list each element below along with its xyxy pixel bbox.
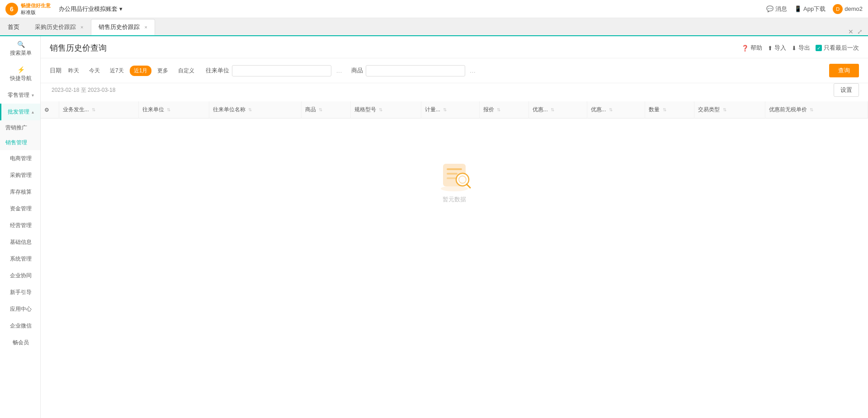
sidebar-item-appstore[interactable]: 应用中心 [0,301,40,318]
goods-filter-group: 商品 ... [351,65,477,76]
app-download-button[interactable]: 📱 App下载 [794,5,826,13]
chevron-up-icon: ▴ [32,109,34,114]
sidebar-item-retail[interactable]: 零售管理 ▾ [0,87,40,104]
tab-purchase-history[interactable]: 采购历史价跟踪 × [27,19,91,35]
tab-sales-history[interactable]: 销售历史价跟踪 × [91,19,155,35]
sidebar-item-operation[interactable]: 经营管理 [0,217,40,234]
sort-icon: ⇅ [609,107,613,112]
page-actions: ❓ 帮助 ⬆ 导入 ⬇ 导出 ✓ 只看最后一次 [741,44,859,52]
sort-icon: ⇅ [551,107,554,112]
close-window-icon[interactable]: ✕ [848,28,854,35]
sidebar-item-basic[interactable]: 基础信息 [0,234,40,251]
partner-input[interactable] [232,65,331,76]
col-gear[interactable]: ⚙ [41,101,59,119]
empty-state-icon [434,155,475,195]
sort-icon: ⇅ [248,107,252,112]
only-last-checkbox[interactable]: ✓ 只看最后一次 [816,44,859,52]
col-partner-code[interactable]: 往来单位 ⇅ [138,101,209,119]
download-icon: 📱 [794,5,802,12]
date-options: 昨天 今天 近7天 近1月 更多 自定义 [64,66,198,76]
sidebar-item-wechat[interactable]: 企业微信 [0,318,40,334]
sort-icon: ⇅ [319,107,322,112]
sort-icon: ⇅ [443,107,447,112]
sidebar-item-wholesale[interactable]: 批发管理 ▴ [0,104,40,120]
table-body: 暂元数据 [41,119,868,240]
empty-text: 暂元数据 [443,195,466,204]
sidebar-item-quick[interactable]: ⚡ 快捷导航 [0,62,40,87]
partner-filter-group: 往来单位 ... [206,65,344,76]
maximize-icon[interactable]: ⤢ [857,28,863,35]
date-btn-more[interactable]: 更多 [153,66,172,76]
logo-icon: 6 [5,3,18,15]
date-btn-1month[interactable]: 近1月 [130,66,152,76]
help-button[interactable]: ❓ 帮助 [741,44,762,52]
sort-icon: ⇅ [92,107,95,112]
sidebar-item-purchase[interactable]: 采购管理 [0,167,40,184]
col-discount2[interactable]: 优惠... ⇅ [587,101,645,119]
main-layout: 🔍 搜索菜单 ⚡ 快捷导航 零售管理 ▾ 批发管理 ▴ 营销推广 销售管理 电商… [0,36,868,418]
date-btn-yesterday[interactable]: 昨天 [64,66,83,76]
svg-rect-3 [447,173,458,175]
message-button[interactable]: 💬 消息 [766,5,787,13]
goods-dots-button[interactable]: ... [468,66,477,75]
date-range-display: 2023-02-18 至 2023-03-18 [52,86,115,94]
col-unit[interactable]: 计量... ⇅ [421,101,479,119]
sidebar-item-marketing[interactable]: 营销推广 [0,120,40,135]
sidebar-item-finance[interactable]: 资金管理 [0,200,40,217]
export-icon: ⬇ [792,45,797,52]
date-btn-today[interactable]: 今天 [85,66,104,76]
sidebar-item-inventory[interactable]: 库存核算 [0,184,40,200]
date-btn-7days[interactable]: 近7天 [106,66,128,76]
tab-bar: 首页 采购历史价跟踪 × 销售历史价跟踪 × ✕ ⤢ [0,18,868,36]
sidebar-item-vip[interactable]: 畅会员 [0,334,40,351]
goods-input[interactable] [366,65,465,76]
sidebar-item-search[interactable]: 🔍 搜索菜单 [0,36,40,62]
svg-point-0 [441,186,468,191]
col-goods[interactable]: 商品 ⇅ [301,101,350,119]
export-button[interactable]: ⬇ 导出 [792,44,810,52]
sidebar-item-ecom[interactable]: 电商管理 [0,150,40,167]
col-spec[interactable]: 规格型号 ⇅ [350,101,421,119]
sidebar-item-newbie[interactable]: 新手引导 [0,284,40,301]
col-quantity[interactable]: 数量 ⇅ [645,101,694,119]
action-buttons: 查询 [829,64,859,77]
top-bar: 6 畅捷信好生意 标准版 办公用品行业模拟账套 ▾ 💬 消息 📱 App下载 D… [0,0,868,18]
col-pretax-price[interactable]: 优惠前无税单价 ⇅ [765,101,868,119]
table-area: ⚙ 业务发生... ⇅ 往来单位 ⇅ 往来单位名称 ⇅ [41,101,868,418]
chevron-down-icon: ▾ [32,93,34,98]
settings-button[interactable]: 设置 [834,83,859,97]
sidebar-item-system[interactable]: 系统管理 [0,251,40,267]
logo-text: 畅捷信好生意 标准版 [21,2,51,15]
top-bar-right: 💬 消息 📱 App下载 D demo2 [766,4,863,14]
tab-controls: ✕ ⤢ [843,28,868,35]
sidebar-item-sales-management[interactable]: 销售管理 [0,135,40,150]
col-price[interactable]: 报价 ⇅ [479,101,528,119]
partner-dots-button[interactable]: ... [334,66,344,75]
page-header: 销售历史价查询 ❓ 帮助 ⬆ 导入 ⬇ 导出 ✓ 只看最后一次 [41,36,868,58]
app-selector[interactable]: 办公用品行业模拟账套 ▾ [59,5,123,13]
tab-home[interactable]: 首页 [0,19,27,35]
partner-label: 往来单位 [206,66,229,75]
tab-sales-close-icon[interactable]: × [144,24,147,30]
date-btn-custom[interactable]: 自定义 [174,66,198,76]
sort-icon: ⇅ [663,107,666,112]
svg-line-6 [467,184,470,188]
query-button[interactable]: 查询 [829,64,859,77]
sort-icon: ⇅ [379,107,382,112]
tab-purchase-close-icon[interactable]: × [80,24,83,30]
sort-icon: ⇅ [167,107,170,112]
table-header: ⚙ 业务发生... ⇅ 往来单位 ⇅ 往来单位名称 ⇅ [41,101,868,119]
col-partner-name[interactable]: 往来单位名称 ⇅ [209,101,301,119]
import-button[interactable]: ⬆ 导入 [768,44,786,52]
svg-rect-2 [447,168,462,170]
col-date[interactable]: 业务发生... ⇅ [59,101,138,119]
sort-icon: ⇅ [723,107,726,112]
goods-label: 商品 [351,66,363,75]
sidebar-item-enterprise[interactable]: 企业协同 [0,267,40,284]
filter-area: 日期 昨天 今天 近7天 近1月 更多 自定义 往来单位 ... 商品 ... [41,58,868,83]
top-bar-left: 6 畅捷信好生意 标准版 办公用品行业模拟账套 ▾ [5,2,123,15]
col-discount1[interactable]: 优惠... ⇅ [528,101,587,119]
user-avatar[interactable]: D demo2 [833,4,863,14]
content-area: 销售历史价查询 ❓ 帮助 ⬆ 导入 ⬇ 导出 ✓ 只看最后一次 [41,36,868,418]
col-trade-type[interactable]: 交易类型 ⇅ [694,101,765,119]
